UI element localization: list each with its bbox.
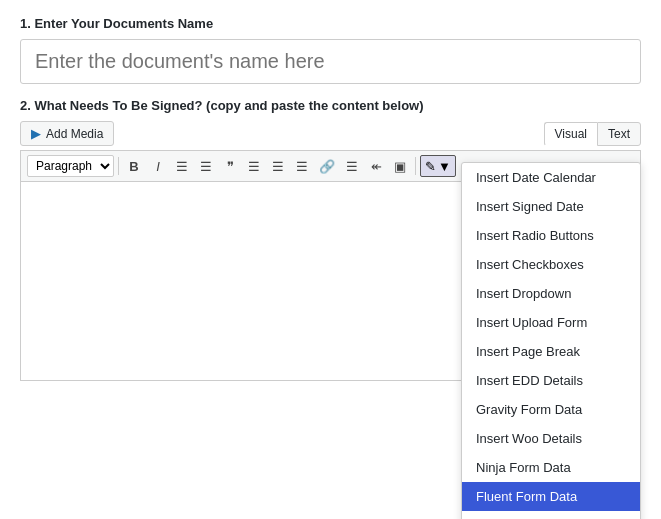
link-icon: 🔗 [319,159,335,174]
italic-icon: I [156,159,160,174]
align-left-button[interactable]: ☰ [243,155,265,177]
bold-button[interactable]: B [123,155,145,177]
pencil-caret-icon: ▼ [438,159,451,174]
align-center-icon: ☰ [272,159,284,174]
dropdown-item-insert-page-break[interactable]: Insert Page Break [462,337,640,366]
dropdown-item-insert-dropdown[interactable]: Insert Dropdown [462,279,640,308]
dropdown-item-caldera-form-data[interactable]: Caldera Form Data [462,511,640,519]
add-media-button[interactable]: ▶ Add Media [20,121,114,146]
align-full-icon: ☰ [346,159,358,174]
ul-icon: ☰ [176,159,188,174]
link-button[interactable]: 🔗 [315,155,339,177]
dropdown-item-insert-woo-details[interactable]: Insert Woo Details [462,424,640,453]
dropdown-item-gravity-form-data[interactable]: Gravity Form Data [462,395,640,424]
dropdown-item-insert-checkboxes[interactable]: Insert Checkboxes [462,250,640,279]
align-right-icon: ☰ [296,159,308,174]
editor-top-bar: ▶ Add Media Visual Text [20,121,641,146]
toolbar-sep-1 [118,157,119,175]
visual-text-tabs: Visual Text [544,122,641,146]
align-right-button[interactable]: ☰ [291,155,313,177]
ul-button[interactable]: ☰ [171,155,193,177]
add-media-label: Add Media [46,127,103,141]
table-button[interactable]: ▣ [389,155,411,177]
align-left-icon: ☰ [248,159,260,174]
paragraph-select[interactable]: Paragraph [27,155,114,177]
toolbar-sep-2 [415,157,416,175]
dropdown-item-insert-date-calendar[interactable]: Insert Date Calendar [462,163,640,192]
pencil-dropdown-button[interactable]: ✎ ▼ [420,155,456,177]
step1-label: 1. Enter Your Documents Name [20,16,641,31]
dropdown-item-insert-edd-details[interactable]: Insert EDD Details [462,366,640,395]
dropdown-item-insert-upload-form[interactable]: Insert Upload Form [462,308,640,337]
align-center-button[interactable]: ☰ [267,155,289,177]
doc-name-input[interactable] [20,39,641,84]
dropdown-item-fluent-form-data[interactable]: Fluent Form Data [462,482,640,511]
expand-button[interactable]: ↞ [365,155,387,177]
expand-icon: ↞ [371,159,382,174]
blockquote-icon: ❞ [227,159,234,174]
pencil-icon: ✎ [425,159,436,174]
ol-button[interactable]: ☰ [195,155,217,177]
table-icon: ▣ [394,159,406,174]
dropdown-menu: Insert Date CalendarInsert Signed DateIn… [461,162,641,519]
visual-tab[interactable]: Visual [544,122,597,146]
blockquote-button[interactable]: ❞ [219,155,241,177]
add-media-icon: ▶ [31,126,41,141]
dropdown-item-insert-signed-date[interactable]: Insert Signed Date [462,192,640,221]
dropdown-item-ninja-form-data[interactable]: Ninja Form Data [462,453,640,482]
italic-button[interactable]: I [147,155,169,177]
align-full-button[interactable]: ☰ [341,155,363,177]
text-tab[interactable]: Text [597,122,641,146]
ol-icon: ☰ [200,159,212,174]
step2-label: 2. What Needs To Be Signed? (copy and pa… [20,98,641,113]
bold-icon: B [129,159,138,174]
dropdown-item-insert-radio-buttons[interactable]: Insert Radio Buttons [462,221,640,250]
page-wrapper: 1. Enter Your Documents Name 2. What Nee… [0,0,661,519]
